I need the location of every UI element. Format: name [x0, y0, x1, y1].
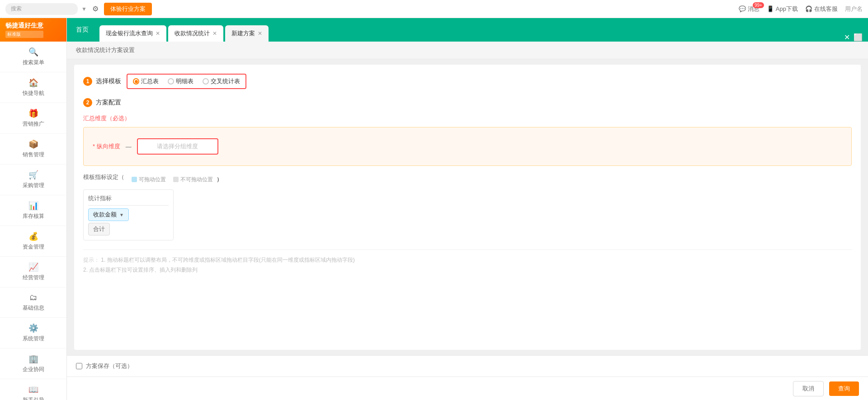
tab-bar-actions: ✕ ⬜ — [844, 33, 868, 42]
sidebar-item-label: 采购管理 — [23, 182, 44, 189]
sidebar-item-system[interactable]: ⚙️ 系统管理 — [0, 318, 66, 348]
metrics-table: 统计指标 收款金额 ▼ 合计 — [83, 189, 174, 240]
dimension-area: * 纵向维度 — 请选择分组维度 — [83, 127, 852, 166]
sidebar-item-label: 快捷导航 — [23, 89, 44, 97]
tab-home[interactable]: 首页 — [67, 18, 98, 42]
sidebar-logo: 畅捷通好生意 标准版 — [0, 18, 66, 42]
metric-tag-collection-amount[interactable]: 收款金额 ▼ — [88, 208, 129, 221]
metric-dropdown-icon: ▼ — [119, 212, 124, 217]
radio-summary-circle — [133, 78, 139, 85]
sidebar: 畅捷通好生意 标准版 🔍 搜索菜单 🏠 快捷导航 🎁 营销推广 📦 销售管理 — [0, 18, 67, 400]
save-label: 方案保存（可选） — [86, 362, 133, 370]
message-icon: 💬 — [739, 5, 746, 12]
sidebar-item-finance[interactable]: 💰 资金管理 — [0, 226, 66, 257]
step1-number: 1 — [83, 77, 92, 86]
step1-header: 1 选择模板 汇总表 明细表 — [83, 74, 852, 89]
sidebar-item-label: 搜索菜单 — [23, 59, 44, 66]
notification-badge: 99+ — [753, 2, 764, 8]
app-download-button[interactable]: 📱 App下载 — [767, 5, 798, 13]
sidebar-item-search[interactable]: 🔍 搜索菜单 — [0, 42, 66, 72]
sidebar-item-marketing[interactable]: 🎁 营销推广 — [0, 103, 66, 134]
step2-number: 2 — [83, 98, 92, 107]
sidebar-item-base[interactable]: 🗂 基础信息 — [0, 287, 66, 318]
vertical-dimension-label: * 纵向维度 — [93, 142, 120, 151]
dropdown-arrow-icon[interactable]: ▼ — [81, 6, 87, 12]
sidebar-item-nav[interactable]: 🏠 快捷导航 — [0, 72, 66, 103]
support-icon: 🎧 — [805, 5, 812, 12]
sidebar-item-inventory[interactable]: 📊 库存核算 — [0, 195, 66, 226]
online-support-button[interactable]: 🎧 在线客服 — [805, 5, 838, 13]
search-placeholder: 搜索 — [11, 5, 22, 13]
dimension-config: 汇总维度（必选） * 纵向维度 — 请选择分组维度 — [83, 114, 852, 166]
enterprise-icon: 🏢 — [28, 354, 38, 364]
metrics-header: 模板指标设定（ 可拖动位置 不可拖动位置 — [83, 173, 852, 186]
dimension-select[interactable]: 请选择分组维度 — [137, 138, 218, 155]
tab-bank[interactable]: 现金银行流水查询 ✕ — [99, 25, 166, 42]
search-bar[interactable]: 搜索 — [5, 3, 78, 15]
tab-bank-close-icon[interactable]: ✕ — [156, 30, 160, 37]
logo-text: 畅捷通好生意 — [5, 22, 43, 30]
dimension-section-label: 汇总维度（必选） — [83, 114, 852, 122]
metrics-hints: 可拖动位置 不可拖动位置 — [132, 176, 213, 184]
download-icon: 📱 — [767, 5, 774, 12]
arrow-icon: — — [126, 143, 132, 150]
sidebar-item-newbie[interactable]: 📖 新手引导 — [0, 379, 66, 400]
footer: 取消 查询 — [67, 376, 868, 400]
tips-section: 提示： 1. 拖动标题栏可以调整布局，不可跨维度或指标区域拖动栏目字段(只能在同… — [83, 249, 852, 275]
hint-not-draggable: 不可拖动位置 — [173, 176, 213, 184]
metrics-close-paren: ） — [217, 175, 222, 184]
trial-button[interactable]: 体验行业方案 — [104, 3, 152, 15]
gear-icon[interactable]: ⚙ — [92, 5, 99, 13]
sidebar-item-label: 基础信息 — [23, 304, 44, 312]
tip1-text: 提示： 1. 拖动标题栏可以调整布局，不可跨维度或指标区域拖动栏目字段(只能在同… — [83, 255, 852, 265]
main-layout: 畅捷通好生意 标准版 🔍 搜索菜单 🏠 快捷导航 🎁 营销推广 📦 销售管理 — [0, 18, 868, 400]
step2-title: 方案配置 — [96, 99, 121, 107]
step1-section: 1 选择模板 汇总表 明细表 — [83, 74, 852, 89]
radio-cross[interactable]: 交叉统计表 — [203, 77, 240, 85]
draggable-indicator — [132, 177, 137, 182]
inventory-icon: 📊 — [28, 201, 38, 211]
sidebar-item-label: 销售管理 — [23, 151, 44, 159]
tip2-text: 2. 点击标题栏下拉可设置排序、插入列和删除列 — [83, 265, 852, 275]
sidebar-item-sales[interactable]: 📦 销售管理 — [0, 134, 66, 165]
cancel-button[interactable]: 取消 — [793, 381, 824, 396]
sidebar-item-operations[interactable]: 📈 经营管理 — [0, 257, 66, 287]
maximize-icon[interactable]: ⬜ — [854, 33, 863, 42]
sidebar-items: 🔍 搜索菜单 🏠 快捷导航 🎁 营销推广 📦 销售管理 🛒 采购管理 📊 — [0, 42, 66, 400]
radio-detail-circle — [168, 78, 174, 85]
edition-badge: 标准版 — [5, 31, 43, 38]
sidebar-item-label: 营销推广 — [23, 120, 44, 128]
settings-card: 1 选择模板 汇总表 明细表 — [74, 65, 861, 350]
breadcrumb: 收款情况统计方案设置 — [67, 42, 868, 59]
radio-detail[interactable]: 明细表 — [168, 77, 193, 85]
radio-cross-circle — [203, 78, 209, 85]
sidebar-item-label: 系统管理 — [23, 335, 44, 343]
not-draggable-indicator — [173, 177, 179, 182]
sidebar-item-enterprise[interactable]: 🏢 企业协同 — [0, 348, 66, 379]
search-menu-icon: 🔍 — [28, 47, 38, 57]
system-icon: ⚙️ — [28, 323, 38, 333]
tip-label: 提示： — [83, 257, 99, 263]
base-icon: 🗂 — [29, 293, 38, 302]
query-button[interactable]: 查询 — [829, 381, 859, 396]
tab-new-plan-close-icon[interactable]: ✕ — [258, 30, 262, 37]
notification-button[interactable]: 💬 消息 99+ — [739, 5, 760, 13]
sidebar-item-label: 资金管理 — [23, 243, 44, 251]
top-bar-right: 💬 消息 99+ 📱 App下载 🎧 在线客服 用户名 — [739, 5, 863, 13]
vertical-dimension-row: * 纵向维度 — 请选择分组维度 — [93, 138, 842, 155]
tab-new-plan[interactable]: 新建方案 ✕ — [225, 25, 269, 42]
step1-title: 选择模板 — [96, 77, 121, 85]
sidebar-item-purchase[interactable]: 🛒 采购管理 — [0, 165, 66, 195]
save-section: 方案保存（可选） — [67, 355, 868, 376]
close-window-icon[interactable]: ✕ — [844, 33, 850, 42]
save-checkbox[interactable] — [76, 363, 82, 369]
tab-collection-close-icon[interactable]: ✕ — [212, 30, 217, 37]
radio-summary[interactable]: 汇总表 — [133, 77, 159, 85]
newbie-icon: 📖 — [28, 385, 38, 395]
sidebar-item-label: 新手引导 — [23, 396, 44, 400]
operations-icon: 📈 — [28, 262, 38, 272]
metric-subtag-total[interactable]: 合计 — [88, 223, 110, 235]
tab-collection[interactable]: 收款情况统计 ✕ — [168, 25, 223, 42]
marketing-icon: 🎁 — [28, 108, 38, 118]
sales-icon: 📦 — [28, 139, 38, 149]
